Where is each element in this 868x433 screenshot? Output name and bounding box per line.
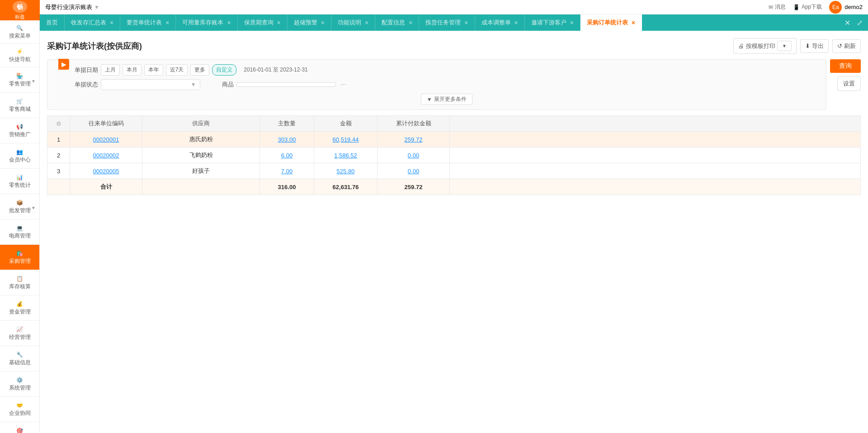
tab-feature-desc[interactable]: 功能说明 × [331, 14, 375, 31]
filter-date-custom[interactable]: 自定义 [212, 64, 236, 76]
avatar-text: Ea [832, 4, 839, 10]
tab-available-inventory[interactable]: 可用量库存账本 × [176, 14, 237, 31]
user-menu[interactable]: Ea demo2 [829, 1, 863, 14]
tab-invite-downstream[interactable]: 邀请下游客户 × [525, 14, 580, 31]
cell-paid[interactable]: 0.00 [377, 163, 450, 179]
page-title: 采购订单统计表(按供应商) [47, 41, 142, 52]
goods-input[interactable] [236, 82, 336, 87]
sidebar-item-operations[interactable]: 📈 经营管理 [0, 321, 39, 346]
tab-order-stats[interactable]: 要货单统计表 × [120, 14, 176, 31]
sidebar-item-quicknav[interactable]: ⚡ 快捷导航 [0, 44, 39, 67]
app-download-button[interactable]: 📱 App下载 [793, 3, 822, 11]
tab-pick-task[interactable]: 拣货任务管理 × [419, 14, 475, 31]
sidebar-item-search[interactable]: 🔍 搜索菜单 [0, 20, 39, 44]
tab-close-icon3[interactable]: × [227, 19, 231, 26]
tab-close-icon2[interactable]: × [165, 19, 169, 26]
tab-close-icon5[interactable]: × [321, 19, 325, 26]
cell-qty[interactable]: 7.00 [260, 163, 314, 179]
tab-close-icon7[interactable]: × [409, 19, 412, 26]
print-button[interactable]: 🖨 按模板打印 ▼ [733, 38, 797, 54]
sidebar-item-purchase[interactable]: 🛍️ 采购管理 [0, 245, 39, 270]
export-button[interactable]: ⬇ 导出 [800, 39, 829, 53]
refresh-icon: ↺ [837, 43, 842, 49]
tab-overstock-warning[interactable]: 超储预警 × [288, 14, 331, 31]
tab-home[interactable]: 首页 [40, 14, 65, 31]
cell-code[interactable]: 00020001 [70, 132, 142, 148]
table-row[interactable]: 2 00020002 飞鹤奶粉 6.00 1,586.52 0.00 [47, 148, 861, 163]
filter-date-last-month[interactable]: 上月 [101, 64, 120, 76]
date-label: 单据日期 [75, 66, 98, 74]
tab-label2: 要货单统计表 [127, 19, 162, 27]
tab-purchase-order-stats[interactable]: 采购订单统计表 × [580, 14, 642, 31]
filter-date-this-year[interactable]: 本年 [144, 64, 163, 76]
cell-qty[interactable]: 303.00 [260, 132, 314, 148]
filter-date-this-month[interactable]: 本月 [123, 64, 142, 76]
tab-close-all-button[interactable]: ✕ [843, 19, 852, 27]
column-settings-icon[interactable]: ⚙ [56, 120, 61, 127]
cell-code[interactable]: 00020002 [70, 148, 142, 163]
cell-supplier: 惠氏奶粉 [142, 132, 260, 148]
cell-code[interactable]: 00020005 [70, 163, 142, 179]
sidebar-item-finance[interactable]: 💰 资金管理 [0, 295, 39, 321]
sidebar-item-wholesale[interactable]: 📦 批发管理 ▼ [0, 194, 39, 219]
sidebar-item-inventory[interactable]: 📋 库存核算 [0, 270, 39, 295]
filter-date-item: 单据日期 上月 本月 本年 近7天 更多 自定义 [75, 64, 237, 76]
breadcrumb-dropdown[interactable]: 母婴行业演示账表 ▼ [45, 3, 99, 11]
cell-amount[interactable]: 525.80 [314, 163, 377, 179]
tab-label4: 保质期查询 [244, 19, 274, 27]
status-label: 单据状态 [75, 81, 98, 89]
sidebar-item-system[interactable]: ⚙️ 系统管理 [0, 371, 39, 397]
tab-close-icon4[interactable]: × [277, 19, 281, 26]
tab-close-icon10[interactable]: × [570, 19, 574, 26]
filter-date-7days[interactable]: 近7天 [166, 64, 188, 76]
cell-extra [450, 148, 861, 163]
sidebar-item-collab[interactable]: 🤝 企业协同 [0, 397, 39, 422]
sidebar-item-retail-mall[interactable]: 🛒 零售商城 [0, 93, 39, 118]
sidebar-item-basic-info[interactable]: 🔧 基础信息 [0, 346, 39, 371]
basic-info-icon: 🔧 [16, 352, 23, 358]
quicknav-icon: ⚡ [16, 48, 23, 55]
tab-maximize-button[interactable]: ⤢ [855, 19, 864, 27]
query-button[interactable]: 查询 [830, 59, 861, 73]
table-row[interactable]: 1 00020001 惠氏奶粉 303.00 60,519.44 259.72 [47, 132, 861, 148]
logo-icon: 畅 [12, 0, 28, 14]
tab-receive-send-summary[interactable]: 收发存汇总表 × [65, 14, 120, 31]
filter-status-item: 单据状态 ▼ [75, 79, 200, 90]
cell-amount[interactable]: 1,586.52 [314, 148, 377, 163]
sidebar-item-guide[interactable]: 🎯 新手引导 [0, 422, 39, 433]
filter-date-range-item: 2016-01-01 至 2023-12-31 [244, 66, 307, 74]
tab-close-icon9[interactable]: × [514, 19, 518, 26]
message-button[interactable]: ✉ 消息 [769, 3, 786, 11]
tab-cost-adjust[interactable]: 成本调整单 × [475, 14, 525, 31]
filter-row-2: 单据状态 ▼ 商品 ··· [75, 79, 819, 90]
username: demo2 [844, 4, 863, 10]
sidebar-item-ecommerce[interactable]: 💻 电商管理 [0, 219, 39, 245]
expand-more-button[interactable]: ▼ 展开更多条件 [421, 94, 472, 105]
cell-qty[interactable]: 6.00 [260, 148, 314, 163]
tab-close-icon8[interactable]: × [464, 19, 468, 26]
tab-close-icon[interactable]: × [110, 19, 113, 26]
filter-toggle-button[interactable]: ▶ [58, 59, 69, 70]
status-select[interactable]: ▼ [101, 79, 200, 90]
settings-button[interactable]: 设置 [837, 76, 861, 91]
filter-date-range: 2016-01-01 至 2023-12-31 [244, 66, 307, 74]
topbar-left: 母婴行业演示账表 ▼ [45, 3, 99, 11]
sidebar-item-marketing[interactable]: 📢 营销推广 [0, 118, 39, 143]
chevron-down-icon4: ▼ [427, 96, 432, 103]
cell-amount[interactable]: 60,519.44 [314, 132, 377, 148]
printer-icon: 🖨 [738, 43, 744, 49]
tab-close-icon6[interactable]: × [365, 19, 368, 26]
cell-paid[interactable]: 0.00 [377, 148, 450, 163]
more-filters-icon[interactable]: ··· [340, 81, 346, 89]
tab-config-info[interactable]: 配置信息 × [375, 14, 419, 31]
cell-paid[interactable]: 259.72 [377, 132, 450, 148]
table-row[interactable]: 3 00020005 好孩子 7.00 525.80 0.00 [47, 163, 861, 179]
tab-close-icon11[interactable]: × [632, 19, 635, 26]
sidebar-item-members[interactable]: 👥 会员中心 [0, 143, 39, 169]
sidebar-item-retail-mgmt[interactable]: 🏪 零售管理 ▼ [0, 67, 39, 93]
sidebar-item-retail-stats[interactable]: 📊 零售统计 [0, 169, 39, 194]
refresh-button[interactable]: ↺ 刷新 [832, 39, 861, 53]
cell-supplier: 飞鹤奶粉 [142, 148, 260, 163]
tab-expiry-query[interactable]: 保质期查询 × [238, 14, 288, 31]
filter-date-more[interactable]: 更多 [190, 64, 209, 76]
